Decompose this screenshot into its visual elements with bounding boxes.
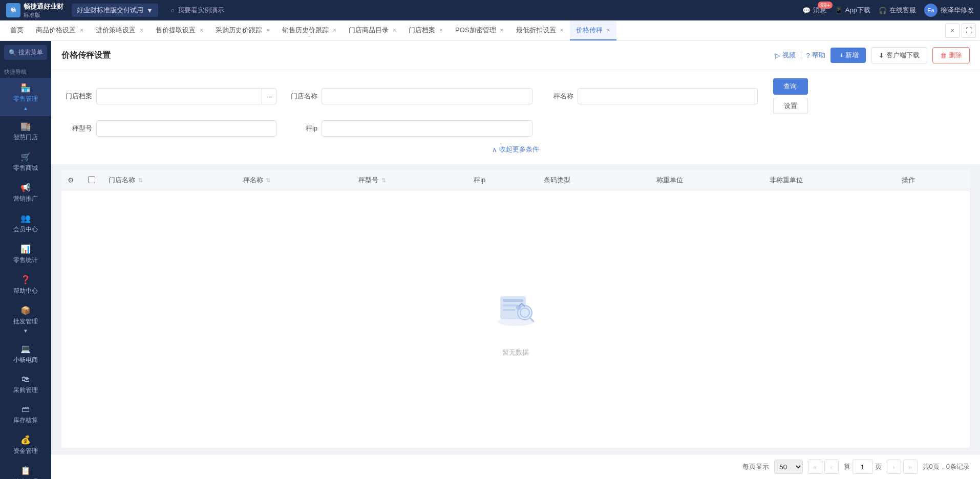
scale-model-input[interactable] bbox=[96, 120, 276, 137]
close-icon[interactable]: × bbox=[500, 27, 504, 34]
help-link[interactable]: ? 帮助 bbox=[806, 51, 825, 60]
prev-page-button[interactable]: ‹ bbox=[824, 460, 839, 474]
sidebar-item-help[interactable]: ❓ 帮助中心 bbox=[0, 270, 51, 300]
sidebar-item-inventory-label: 库存核算 bbox=[13, 416, 38, 425]
close-icon[interactable]: × bbox=[333, 27, 336, 34]
close-icon[interactable]: × bbox=[80, 27, 83, 34]
tab-price-scale[interactable]: 价格传秤 × bbox=[570, 21, 616, 40]
scale-ip-input[interactable] bbox=[322, 120, 532, 137]
store-archive-input-group: ··· bbox=[96, 88, 276, 104]
sidebar-item-ledger[interactable]: 📋 总账管理 bbox=[0, 461, 51, 479]
sidebar-item-wholesale[interactable]: 📦 批发管理 ▼ bbox=[0, 300, 51, 339]
user-area[interactable]: Ea 徐泽华修改 bbox=[924, 4, 974, 17]
sidebar-item-retail-stats-label: 零售统计 bbox=[13, 256, 38, 265]
sidebar-item-member[interactable]: 👥 会员中心 bbox=[0, 208, 51, 239]
svg-point-8 bbox=[516, 305, 521, 310]
pagination-bar: 每页显示 10 20 50 100 « ‹ 算 bbox=[51, 454, 980, 479]
scale-name-label: 秤名称 bbox=[543, 92, 573, 101]
tab-price-scale-label: 价格传秤 bbox=[576, 26, 603, 35]
col-operation: 操作 bbox=[896, 170, 970, 190]
first-page-button[interactable]: « bbox=[808, 460, 822, 474]
tab-purchase-history[interactable]: 采购历史价跟踪 × bbox=[209, 21, 276, 40]
page-number-input[interactable] bbox=[853, 460, 873, 474]
query-button[interactable]: 查询 bbox=[773, 78, 808, 95]
delete-button[interactable]: 🗑 删除 bbox=[932, 47, 970, 63]
store-archive-input[interactable] bbox=[96, 88, 262, 104]
video-link[interactable]: ▷ 视频 bbox=[775, 51, 796, 60]
store-name-input[interactable] bbox=[322, 88, 532, 104]
tab-home[interactable]: 首页 bbox=[4, 21, 30, 40]
sidebar-item-smart-store[interactable]: 🏬 智慧门店 bbox=[0, 116, 51, 147]
sort-icon: ⇅ bbox=[381, 177, 386, 183]
messages-button[interactable]: 💬 消息 99+ bbox=[802, 6, 826, 15]
top-bar: 畅 畅捷通好业财 标准版 好业财标准版交付试用 ▼ ○ 我要看实例演示 💬 消息… bbox=[0, 0, 980, 20]
search-form: 门店档案 ··· 门店名称 秤名称 bbox=[51, 70, 980, 164]
sidebar-item-ecommerce[interactable]: 💻 小畅电商 bbox=[0, 339, 51, 369]
close-tab-button[interactable]: × bbox=[945, 24, 960, 38]
chevron-up-icon: ∧ bbox=[492, 146, 497, 154]
tab-sale-price[interactable]: 售价提取设置 × bbox=[150, 21, 209, 40]
svg-rect-2 bbox=[503, 299, 523, 302]
online-service-button[interactable]: 🎧 在线客服 bbox=[879, 6, 916, 15]
user-name: 徐泽华修改 bbox=[941, 6, 974, 15]
client-download-button[interactable]: ⬇ 客户端下载 bbox=[871, 47, 927, 63]
close-icon[interactable]: × bbox=[393, 27, 396, 34]
scale-model-label: 秤型号 bbox=[61, 124, 92, 133]
sidebar-item-retail-mgmt[interactable]: 🏪 零售管理 ▲ bbox=[0, 78, 51, 116]
sidebar-item-marketing[interactable]: 📢 营销推广 bbox=[0, 178, 51, 208]
add-button[interactable]: + 新增 bbox=[830, 48, 866, 63]
next-page-button[interactable]: › bbox=[887, 460, 901, 474]
select-all-checkbox[interactable] bbox=[88, 176, 95, 183]
settings-form-button[interactable]: 设置 bbox=[773, 98, 808, 114]
close-icon[interactable]: × bbox=[266, 27, 270, 34]
tab-price-setting[interactable]: 商品价格设置 × bbox=[30, 21, 90, 40]
close-icon[interactable]: × bbox=[439, 27, 443, 34]
tab-store-archive-label: 门店档案 bbox=[409, 26, 435, 35]
app-download-button[interactable]: 📱 App下载 bbox=[835, 6, 870, 15]
demo-link[interactable]: ○ 我要看实例演示 bbox=[171, 6, 224, 15]
table-area: ⚙ 门店名称 ⇅ 秤名称 bbox=[51, 164, 980, 454]
page-header: 价格传秤设置 ▷ 视频 ? 帮助 + 新增 bbox=[51, 41, 980, 70]
tab-pos-management-label: POS加密管理 bbox=[455, 26, 496, 35]
sidebar-item-retail-mgmt-label: 零售管理 bbox=[13, 95, 38, 103]
scale-name-input[interactable] bbox=[578, 88, 758, 104]
close-icon[interactable]: × bbox=[560, 27, 564, 34]
tab-store-catalog-label: 门店商品目录 bbox=[349, 26, 389, 35]
collapse-button[interactable]: ∧ 收起更多条件 bbox=[61, 143, 970, 156]
sidebar-item-inventory[interactable]: 🗃 库存核算 bbox=[0, 400, 51, 430]
close-icon[interactable]: × bbox=[200, 27, 203, 34]
close-icon[interactable]: × bbox=[140, 27, 143, 34]
sidebar-item-help-label: 帮助中心 bbox=[13, 287, 38, 295]
sidebar-item-smart-store-label: 智慧门店 bbox=[13, 133, 38, 142]
store-archive-selector-button[interactable]: ··· bbox=[262, 88, 276, 104]
sidebar-item-retail-mall[interactable]: 🛒 零售商城 bbox=[0, 147, 51, 178]
scale-ip-label: 秤ip bbox=[287, 124, 317, 133]
page-size-select[interactable]: 10 20 50 100 bbox=[774, 460, 803, 474]
close-icon[interactable]: × bbox=[607, 27, 610, 34]
purchase-icon: 🛍 bbox=[22, 375, 30, 384]
avatar: Ea bbox=[924, 4, 938, 17]
search-menu-button[interactable]: 🔍 搜索菜单 bbox=[4, 45, 47, 60]
table-settings-icon[interactable]: ⚙ bbox=[68, 176, 74, 184]
last-page-button[interactable]: » bbox=[903, 460, 918, 474]
sidebar-item-finance[interactable]: 💰 资金管理 bbox=[0, 430, 51, 461]
messages-badge: 99+ bbox=[818, 2, 833, 9]
data-table: ⚙ 门店名称 ⇅ 秤名称 bbox=[61, 170, 970, 190]
version-select[interactable]: 好业财标准版交付试用 ▼ bbox=[72, 4, 158, 17]
sidebar-item-purchase[interactable]: 🛍 采购管理 bbox=[0, 369, 51, 400]
col-weight-unit: 称重单位 bbox=[650, 170, 763, 190]
sidebar-item-retail-mall-label: 零售商城 bbox=[13, 164, 38, 172]
sidebar-item-retail-stats[interactable]: 📊 零售统计 bbox=[0, 239, 51, 270]
tab-purchase-strategy[interactable]: 进价策略设置 × bbox=[90, 21, 150, 40]
tab-min-discount[interactable]: 最低折扣设置 × bbox=[510, 21, 570, 40]
tab-sale-price-label: 售价提取设置 bbox=[156, 26, 196, 35]
search-icon: 🔍 bbox=[9, 49, 16, 56]
headset-icon: 🎧 bbox=[879, 7, 887, 14]
tab-pos-management[interactable]: POS加密管理 × bbox=[449, 21, 509, 40]
next-page-icon: › bbox=[892, 463, 894, 471]
tab-store-archive[interactable]: 门店档案 × bbox=[402, 21, 449, 40]
sidebar-item-ecommerce-label: 小畅电商 bbox=[13, 356, 38, 364]
expand-tab-button[interactable]: ⛶ bbox=[962, 24, 976, 38]
tab-sales-history[interactable]: 销售历史价跟踪 × bbox=[276, 21, 343, 40]
tab-store-catalog[interactable]: 门店商品目录 × bbox=[343, 21, 402, 40]
